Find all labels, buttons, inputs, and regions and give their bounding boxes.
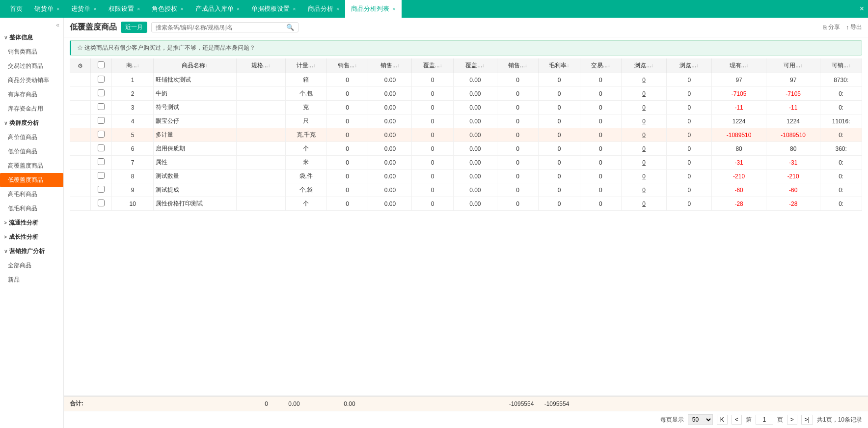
sidebar-item-交易过的商品[interactable]: 交易过的商品 xyxy=(0,59,63,73)
cell-0[interactable] xyxy=(70,87,91,101)
cell-0[interactable] xyxy=(70,114,91,128)
sidebar-item-低价值商品[interactable]: 低价值商品 xyxy=(0,144,63,159)
checkbox-column-header[interactable] xyxy=(91,58,112,73)
prev-page-button[interactable]: < xyxy=(732,415,742,425)
nav-tab-首页[interactable]: 首页 xyxy=(4,0,28,18)
sidebar-item-销售类商品[interactable]: 销售类商品 xyxy=(0,45,63,59)
sidebar-item-高覆盖度商品[interactable]: 高覆盖度商品 xyxy=(0,159,63,173)
sidebar-item-低覆盖度商品[interactable]: 低覆盖度商品 xyxy=(0,173,63,187)
cell-0[interactable] xyxy=(70,101,91,114)
table-container[interactable]: ⚙ 商...↕ 商品名称↕ 规格...↕ 计量...↕ 销售...↕ 销售...… xyxy=(64,58,868,396)
cell-6: 0 xyxy=(326,87,368,101)
cell-1[interactable] xyxy=(91,114,112,128)
cell-15: -7105 xyxy=(712,87,766,101)
sidebar-item-商品分类动销率[interactable]: 商品分类动销率 xyxy=(0,73,63,87)
sidebar-group-流通性分析[interactable]: >流通性分析 xyxy=(0,216,63,230)
cell-1[interactable] xyxy=(91,142,112,156)
cell-0[interactable] xyxy=(70,197,91,211)
group-title-label: 营销推广分析 xyxy=(9,247,45,256)
sidebar-group-类群度分析[interactable]: ∨类群度分析 xyxy=(0,116,63,130)
cell-12: 0 xyxy=(580,142,621,156)
cell-0[interactable] xyxy=(70,156,91,170)
sidebar-item-全部商品[interactable]: 全部商品 xyxy=(0,258,63,273)
nav-tab-进货单[interactable]: 进货单× xyxy=(65,0,102,18)
close-tab-icon[interactable]: × xyxy=(237,0,240,18)
share-button[interactable]: ⎘ 分享 xyxy=(823,23,840,31)
sidebar-group-整体信息[interactable]: ∨整体信息 xyxy=(0,30,63,45)
search-input[interactable] xyxy=(156,24,286,31)
nav-tab-产成品入库单[interactable]: 产成品入库单× xyxy=(190,0,245,18)
period-button[interactable]: 近一月 xyxy=(121,22,147,33)
page-number-input[interactable] xyxy=(756,415,773,425)
cell-1[interactable] xyxy=(91,73,112,87)
cell-9: 0.00 xyxy=(453,197,497,211)
cell-0[interactable] xyxy=(70,128,91,142)
sidebar-group-营销推广分析[interactable]: ∨营销推广分析 xyxy=(0,244,63,258)
content-header: 低覆盖度商品 近一月 🔍 ⎘ 分享 ↑ 导出 xyxy=(64,18,868,37)
close-tab-icon[interactable]: × xyxy=(137,0,140,18)
cell-9: 0.00 xyxy=(453,128,497,142)
cell-5: 克,千克 xyxy=(285,128,326,142)
close-tab-icon[interactable]: × xyxy=(336,0,339,18)
cell-0[interactable] xyxy=(70,73,91,87)
page-size-select[interactable]: 50 100 200 xyxy=(688,414,713,425)
sidebar-item-高毛利商品[interactable]: 高毛利商品 xyxy=(0,187,63,201)
sidebar-item-新品[interactable]: 新品 xyxy=(0,273,63,287)
last-page-button[interactable]: >| xyxy=(801,415,813,425)
nav-tab-商品分析[interactable]: 商品分析× xyxy=(302,0,345,18)
close-tab-icon[interactable]: × xyxy=(293,0,296,18)
close-all-button[interactable]: × xyxy=(860,4,864,13)
cell-1[interactable] xyxy=(91,170,112,183)
cell-4 xyxy=(236,87,285,101)
cell-17: 0: xyxy=(820,156,862,170)
cell-14: 0 xyxy=(667,170,712,183)
close-tab-icon[interactable]: × xyxy=(56,0,59,18)
cell-1[interactable] xyxy=(91,197,112,211)
cell-1[interactable] xyxy=(91,156,112,170)
close-tab-icon[interactable]: × xyxy=(93,0,96,18)
cell-11: 0 xyxy=(539,87,580,101)
cell-1[interactable] xyxy=(91,87,112,101)
table-row: 1旺铺批次测试箱00.0000.000000097978730: xyxy=(70,73,862,87)
cell-1[interactable] xyxy=(91,128,112,142)
first-page-button[interactable]: K xyxy=(717,415,728,425)
close-tab-icon[interactable]: × xyxy=(392,0,395,18)
nav-tab-角色授权[interactable]: 角色授权× xyxy=(146,0,189,18)
cell-11: 0 xyxy=(539,101,580,114)
close-tab-icon[interactable]: × xyxy=(180,0,183,18)
total-current: -1095554 xyxy=(504,400,539,407)
nav-tab-商品分析列表[interactable]: 商品分析列表× xyxy=(345,0,401,18)
sidebar-group-成长性分析[interactable]: >成长性分析 xyxy=(0,230,63,244)
nav-tab-权限设置[interactable]: 权限设置× xyxy=(103,0,146,18)
col-header-current: 现有...↕ xyxy=(712,58,766,73)
export-button[interactable]: ↑ 导出 xyxy=(846,23,862,31)
cell-12: 0 xyxy=(580,87,621,101)
cell-13: 0 xyxy=(622,128,667,142)
cell-5: 个,包 xyxy=(285,87,326,101)
nav-tab-单据模板设置[interactable]: 单据模板设置× xyxy=(245,0,301,18)
cell-8: 0 xyxy=(412,156,453,170)
cell-3: 旺铺批次测试 xyxy=(153,73,236,87)
page-title: 低覆盖度商品 xyxy=(70,22,117,32)
group-arrow-icon: > xyxy=(4,234,7,240)
next-page-button[interactable]: > xyxy=(787,415,797,425)
sidebar-item-高价值商品[interactable]: 高价值商品 xyxy=(0,130,63,144)
cell-5: 个 xyxy=(285,197,326,211)
sidebar-item-有库存商品[interactable]: 有库存商品 xyxy=(0,87,63,102)
cell-3: 测试提成 xyxy=(153,183,236,197)
gear-column-header[interactable]: ⚙ xyxy=(70,58,91,73)
cell-0[interactable] xyxy=(70,170,91,183)
cell-0[interactable] xyxy=(70,183,91,197)
cell-1[interactable] xyxy=(91,183,112,197)
table-row: 7属性米00.0000.0000000-31-310: xyxy=(70,156,862,170)
cell-0[interactable] xyxy=(70,142,91,156)
sidebar-item-库存资金占用[interactable]: 库存资金占用 xyxy=(0,102,63,116)
pagination-bar: 每页显示 50 100 200 K < 第 页 > >| 共1页，10条记录 xyxy=(64,411,868,428)
nav-tab-销货单[interactable]: 销货单× xyxy=(28,0,65,18)
col-header-no: 商...↕ xyxy=(112,58,153,73)
sidebar-collapse-button[interactable]: « xyxy=(0,20,63,30)
sidebar-item-低毛利商品[interactable]: 低毛利商品 xyxy=(0,201,63,216)
cell-1[interactable] xyxy=(91,101,112,114)
cell-14: 0 xyxy=(667,183,712,197)
cell-15: -210 xyxy=(712,170,766,183)
